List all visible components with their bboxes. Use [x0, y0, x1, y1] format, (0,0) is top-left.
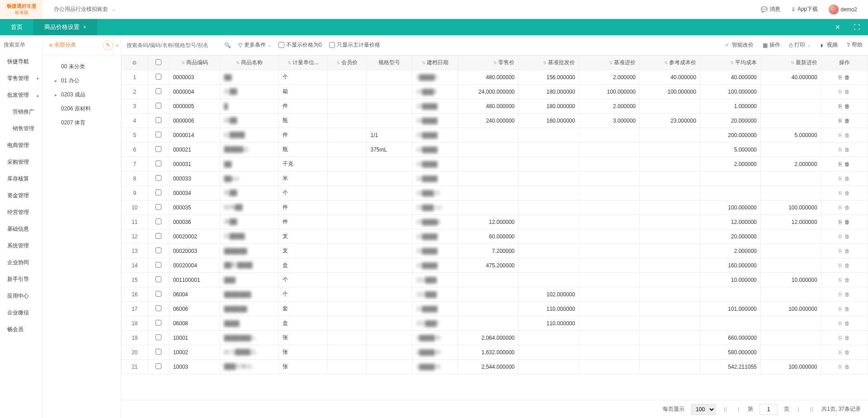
copy-icon[interactable]: ⎘	[839, 147, 842, 153]
more-conditions-button[interactable]: ▽ 更多条件 ⌄	[238, 41, 271, 49]
nav-item[interactable]: 资金管理	[0, 187, 42, 204]
col-avg-cost[interactable]: ⇅平均成本	[700, 56, 760, 70]
col-gear[interactable]: ⚙	[122, 56, 148, 70]
delete-icon[interactable]: 🗑	[844, 89, 850, 95]
delete-icon[interactable]: 🗑	[844, 103, 850, 109]
cell-select[interactable]	[148, 85, 169, 99]
row-checkbox[interactable]	[156, 262, 161, 268]
row-checkbox[interactable]	[156, 320, 161, 326]
delete-icon[interactable]: 🗑	[844, 132, 850, 138]
nav-item[interactable]: 零售管理▾	[0, 70, 42, 87]
only-uom-checkbox[interactable]: 只显示主计量价格	[329, 41, 380, 49]
table-row[interactable]: 15001100001███个202███10.00000010.000000⎘…	[122, 273, 868, 287]
delete-icon[interactable]: 🗑	[844, 176, 850, 182]
col-code[interactable]: ⇅商品编码	[169, 56, 220, 70]
copy-icon[interactable]: ⎘	[839, 103, 842, 109]
cell-select[interactable]	[148, 186, 169, 200]
tree-item[interactable]: 0206 原材料	[46, 102, 118, 116]
delete-icon[interactable]: 🗑	[844, 364, 850, 370]
table-row[interactable]: 1200020002得████支20████60.00000020.000000…	[122, 229, 868, 244]
row-checkbox[interactable]	[156, 218, 161, 224]
cell-select[interactable]	[148, 171, 169, 186]
table-row[interactable]: 7000031██千克20████2.0000002.000000⎘🗑	[122, 157, 868, 171]
cell-select[interactable]	[148, 345, 169, 360]
row-checkbox[interactable]	[156, 233, 161, 239]
row-checkbox[interactable]	[156, 276, 161, 282]
table-row[interactable]: 1400020004██零████盒20████475.200000160.00…	[122, 258, 868, 273]
table-row[interactable]: 1706006██████套20████110.000000101.000000…	[122, 302, 868, 316]
delete-icon[interactable]: 🗑	[844, 204, 850, 211]
next-page-button[interactable]: ⟩	[796, 406, 802, 413]
operations-button[interactable]: ▦ 操作	[763, 41, 780, 49]
help-button[interactable]: ? 帮助	[847, 41, 863, 49]
nav-item[interactable]: 系统管理	[0, 238, 42, 254]
col-name[interactable]: ⇅商品名称	[220, 56, 278, 70]
table-row[interactable]: 50000014杜████件1/120████200.0000005.00000…	[122, 128, 868, 142]
cell-select[interactable]	[148, 273, 169, 287]
row-checkbox[interactable]	[156, 117, 161, 123]
row-checkbox[interactable]	[156, 175, 161, 181]
table-row[interactable]: 6000021█████品瓶375mL20████5.000000⎘🗑	[122, 142, 868, 157]
last-page-button[interactable]: ⟩|	[808, 406, 815, 413]
delete-icon[interactable]: 🗑	[844, 335, 850, 341]
nav-sub-item[interactable]: 营销推广	[0, 104, 42, 120]
only-uom-input[interactable]	[329, 42, 335, 48]
delete-icon[interactable]: 🗑	[844, 291, 850, 298]
delete-icon[interactable]: 🗑	[844, 74, 850, 81]
cell-select[interactable]	[148, 200, 169, 215]
copy-icon[interactable]: ⎘	[839, 190, 842, 196]
nav-item[interactable]: 基础信息	[0, 221, 42, 238]
cell-select[interactable]	[148, 215, 169, 229]
row-checkbox[interactable]	[156, 291, 161, 297]
row-checkbox[interactable]	[156, 146, 161, 152]
video-button[interactable]: ⏵ 视频	[820, 41, 838, 49]
tree-item[interactable]: ▸01 办公	[46, 74, 118, 88]
nav-item[interactable]: 快捷导航	[0, 53, 42, 70]
cell-select[interactable]	[148, 99, 169, 114]
cell-select[interactable]	[148, 331, 169, 345]
cell-select[interactable]	[148, 229, 169, 244]
nav-item[interactable]: 应用中心	[0, 288, 42, 304]
table-row[interactable]: 1300020003██████支20████7.2000002.000000⎘…	[122, 244, 868, 258]
copy-icon[interactable]: ⎘	[839, 219, 842, 225]
per-page-select[interactable]: 100	[691, 404, 716, 415]
edit-category-button[interactable]: ✎	[103, 40, 113, 50]
hide-zero-checkbox[interactable]: 不显示价格为0	[278, 41, 322, 49]
nav-sub-item[interactable]: 销售管理	[0, 120, 42, 137]
table-row[interactable]: 1806008████盒202███7110.000000⎘🗑	[122, 316, 868, 331]
nav-item[interactable]: 畅会员	[0, 321, 42, 338]
nav-item[interactable]: 企业微信	[0, 304, 42, 321]
menu-search-input[interactable]	[4, 40, 39, 50]
cell-select[interactable]	[148, 316, 169, 331]
tab-home[interactable]: 首页	[0, 19, 33, 35]
cell-select[interactable]	[148, 360, 169, 374]
row-checkbox[interactable]	[156, 161, 161, 166]
copy-icon[interactable]: ⎘	[839, 306, 842, 312]
row-checkbox[interactable]	[156, 305, 161, 311]
copy-icon[interactable]: ⎘	[839, 118, 842, 124]
print-button[interactable]: ⎙ 打印 ⌄	[789, 41, 811, 49]
delete-icon[interactable]: 🗑	[844, 262, 850, 269]
close-all-button[interactable]: ✕	[832, 21, 844, 33]
copy-icon[interactable]: ⎘	[839, 74, 842, 81]
collapse-tree-button[interactable]: «	[113, 35, 121, 55]
col-cost-in[interactable]: ⇅基准进价	[579, 56, 640, 70]
copy-icon[interactable]: ⎘	[839, 349, 842, 356]
tab-current[interactable]: 商品价格设置 ×	[33, 19, 97, 35]
table-row[interactable]: 1606004███████..个202███102.000000⎘🗑	[122, 287, 868, 302]
col-unit[interactable]: ⇅计量单位...	[278, 56, 327, 70]
delete-icon[interactable]: 🗑	[844, 349, 850, 356]
copy-icon[interactable]: ⎘	[839, 335, 842, 341]
copy-icon[interactable]: ⎘	[839, 320, 842, 327]
tree-item[interactable]: 0207 体育	[46, 116, 118, 130]
search-input[interactable]	[127, 42, 222, 48]
table-row[interactable]: 20000004收██箱20███824,000.000000180.00000…	[122, 85, 868, 99]
delete-icon[interactable]: 🗑	[844, 190, 850, 196]
copy-icon[interactable]: ⎘	[839, 291, 842, 298]
workspace-selector[interactable]: 办公用品行业模拟账套 ⌄	[54, 5, 115, 13]
delete-icon[interactable]: 🗑	[844, 118, 850, 124]
copy-icon[interactable]: ⎘	[839, 277, 842, 283]
nav-item[interactable]: 新手引导	[0, 271, 42, 288]
first-page-button[interactable]: |⟨	[722, 406, 729, 413]
row-checkbox[interactable]	[156, 88, 161, 94]
